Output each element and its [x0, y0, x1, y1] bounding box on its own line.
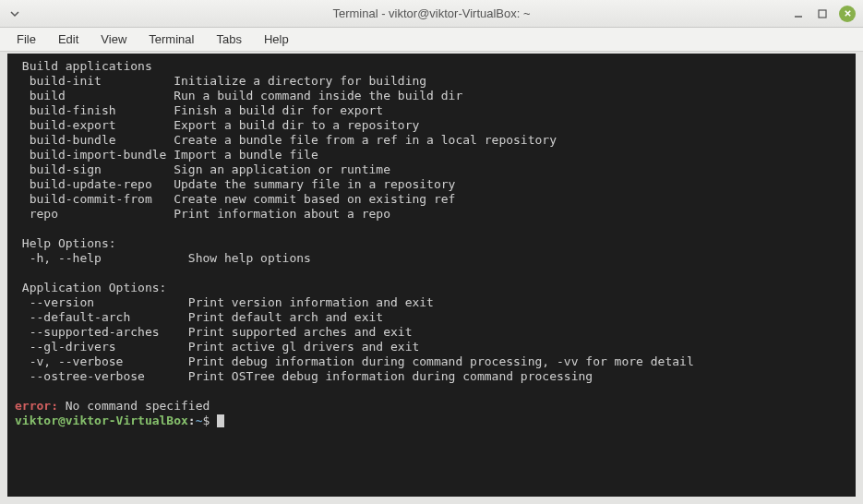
error-label: error: — [15, 399, 58, 413]
terminal-cursor — [217, 414, 224, 427]
menu-file[interactable]: File — [7, 30, 45, 49]
menu-view[interactable]: View — [91, 30, 136, 49]
window-title: Terminal - viktor@viktor-VirtualBox: ~ — [0, 6, 863, 20]
menu-terminal[interactable]: Terminal — [139, 30, 203, 49]
terminal-container: Build applications build-init Initialize… — [0, 52, 863, 504]
error-message: No command specified — [58, 399, 210, 413]
window-titlebar: Terminal - viktor@viktor-VirtualBox: ~ — [0, 0, 863, 28]
prompt-path: ~ — [196, 414, 203, 427]
menu-tabs[interactable]: Tabs — [207, 30, 250, 49]
app-menu-icon[interactable] — [7, 6, 22, 21]
svg-rect-1 — [819, 10, 826, 18]
close-button[interactable] — [839, 6, 856, 22]
terminal-output[interactable]: Build applications build-init Initialize… — [7, 54, 856, 497]
prompt-user-host: viktor@viktor-VirtualBox — [15, 414, 188, 427]
menu-help[interactable]: Help — [255, 30, 298, 49]
minimize-button[interactable] — [791, 6, 806, 21]
menu-edit[interactable]: Edit — [49, 30, 88, 49]
maximize-button[interactable] — [815, 6, 830, 21]
menu-bar: File Edit View Terminal Tabs Help — [0, 28, 863, 52]
